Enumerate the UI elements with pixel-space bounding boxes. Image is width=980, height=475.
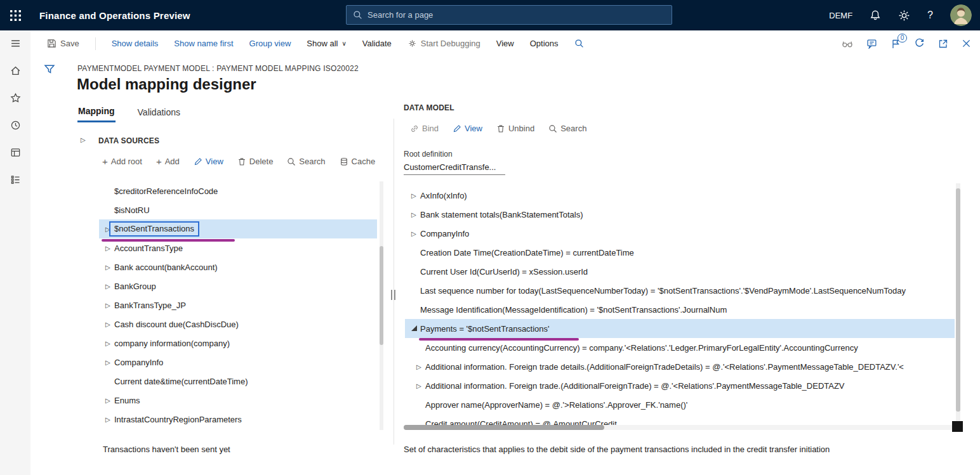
data-sources-scrollbar[interactable] [380,181,383,430]
tree-item[interactable]: Current User Id(CurUserId) = xSession.us… [405,262,955,281]
expander-icon[interactable]: ▷ [99,359,114,366]
tree-item[interactable]: ▷ CompanyInfo [405,224,955,243]
tree-item[interactable]: Credit amount(CreditAmount) = @.AmountCu… [405,414,955,433]
add-root-button[interactable]: + Add root [102,157,142,166]
view-menu-button[interactable]: View [496,39,514,48]
options-menu-button[interactable]: Options [530,39,559,48]
expander-icon[interactable]: ▷ [99,283,114,290]
toolbar-divider [95,37,96,50]
tree-item-selected[interactable]: Payments = '$notSentTransactions' [405,319,955,338]
glasses-icon[interactable] [842,38,853,49]
expander-icon[interactable]: ▷ [99,397,114,404]
tree-item[interactable]: ▷ Enums [99,391,377,410]
scrollbar-thumb[interactable] [380,246,383,345]
page-search-box[interactable] [346,5,672,25]
home-icon[interactable] [10,65,21,76]
expander-icon[interactable]: ▷ [99,245,114,252]
show-details-button[interactable]: Show details [112,39,159,48]
expander-expanded-icon[interactable] [411,325,417,331]
tree-item[interactable]: ▷ Additional information. Foreign trade … [405,357,955,376]
tab-mapping[interactable]: Mapping [77,106,116,122]
tree-item-selected[interactable]: ▷ $notSentTransactions [99,219,377,238]
data-sources-toolbar: + Add root + Add View Delete [102,157,375,166]
expander-icon[interactable]: ▷ [410,382,425,389]
search-button[interactable]: Search [287,157,325,166]
topbar-right: DEMF ? [829,0,980,30]
hamburger-menu-icon[interactable] [10,38,21,49]
expander-icon[interactable]: ▷ [99,340,114,347]
recent-clock-icon[interactable] [10,120,21,131]
unbind-button[interactable]: Unbind [496,124,534,133]
splitter-handle-icon[interactable] [391,290,395,300]
view-button[interactable]: View [194,157,223,166]
panel-splitter[interactable] [394,119,394,445]
tree-item[interactable]: ▷ Bank account(bankAccount) [99,257,377,277]
add-button[interactable]: + Add [156,157,180,166]
tree-item[interactable]: $isNotRU [99,200,377,219]
refresh-icon[interactable] [914,38,925,49]
tree-item[interactable]: ▷ Bank statement totals(BankStatementTot… [405,205,955,224]
settings-gear-icon[interactable] [898,10,910,22]
tree-item[interactable]: Message Identification(MessageIdentifica… [405,300,955,319]
filter-icon[interactable] [44,63,55,75]
tree-item[interactable]: ▷ Cash discount due(CashDiscDue) [99,315,377,334]
open-in-new-window-icon[interactable] [938,39,948,49]
close-icon[interactable] [962,39,971,48]
delete-button[interactable]: Delete [237,157,274,166]
favorites-star-icon[interactable] [10,93,21,103]
action-search-icon[interactable] [574,39,584,48]
cache-button[interactable]: Cache [340,157,376,166]
user-avatar[interactable] [950,4,972,26]
expander-icon[interactable]: ▷ [405,192,420,199]
expander-icon[interactable]: ▷ [99,264,114,271]
root-definition-lookup[interactable]: CustomerCreditTransfe... [404,162,505,175]
tree-item[interactable]: Creation Date Time(CreationDateTime) = c… [405,243,955,262]
scrollbar-thumb[interactable] [404,425,604,430]
group-view-button[interactable]: Group view [249,39,291,48]
expander-icon[interactable]: ▷ [99,416,114,423]
tab-validations[interactable]: Validations [137,106,181,122]
show-name-first-button[interactable]: Show name first [174,39,233,48]
waffle-menu-icon[interactable] [0,0,30,30]
expander-icon[interactable]: ▷ [410,363,425,370]
workspaces-icon[interactable] [10,147,21,158]
tree-item[interactable]: Accounting currency(AccountingCurrency) … [405,338,955,357]
show-all-dropdown[interactable]: Show all ∨ [307,39,346,48]
expander-icon[interactable]: ▷ [99,321,114,328]
root-definition-label: Root definition [404,150,453,159]
tree-item[interactable]: Approver name(ApproverName) = @.'>Relati… [405,395,955,414]
expander-icon[interactable]: ▷ [99,302,114,309]
tree-item[interactable]: ▷ CompanyInfo [99,353,377,372]
tree-item[interactable]: Last sequence number for today(LastSeque… [405,281,955,300]
validate-button[interactable]: Validate [362,39,392,48]
notifications-bell-icon[interactable] [870,10,881,21]
tree-item[interactable]: ▷ BankGroup [99,277,377,296]
expander-icon[interactable]: ▷ [405,230,420,237]
bind-button[interactable]: Bind [410,124,439,133]
view-button[interactable]: View [453,124,482,133]
modules-list-icon[interactable] [10,174,21,185]
environment-badge[interactable]: DEMF [829,11,852,20]
page-search-input[interactable] [368,10,665,20]
highlight-underline-left [102,239,235,242]
page-title: Model mapping designer [77,75,256,93]
corner-handle[interactable] [952,421,963,432]
tree-item[interactable]: ▷ IntrastatCountryRegionParameters [99,410,377,429]
tree-item[interactable]: $creditorReferenceInfoCode [99,181,377,200]
tree-item[interactable]: ▷ AxInfo(xInfo) [405,186,955,205]
scrollbar-thumb[interactable] [956,188,960,412]
save-button[interactable]: Save [47,39,79,48]
start-debugging-button[interactable]: Start Debugging [407,39,480,48]
app-title[interactable]: Finance and Operations Preview [39,10,190,21]
tree-item[interactable]: ▷ Additional information. Foreign trade.… [405,376,955,395]
tree-item[interactable]: ▷ company information(company) [99,334,377,353]
panel-expander-icon[interactable]: ▷ [81,136,86,143]
tree-item[interactable]: Current date&time(currentDateTime) [99,372,377,391]
data-model-scrollbar[interactable] [956,183,960,432]
search-button[interactable]: Search [548,124,586,133]
help-icon[interactable]: ? [927,10,933,21]
feedback-icon[interactable] [866,38,877,49]
tree-item[interactable]: ▷ BankTransType_JP [99,296,377,315]
data-model-hscrollbar[interactable] [404,425,953,430]
expander-icon[interactable]: ▷ [405,211,420,218]
